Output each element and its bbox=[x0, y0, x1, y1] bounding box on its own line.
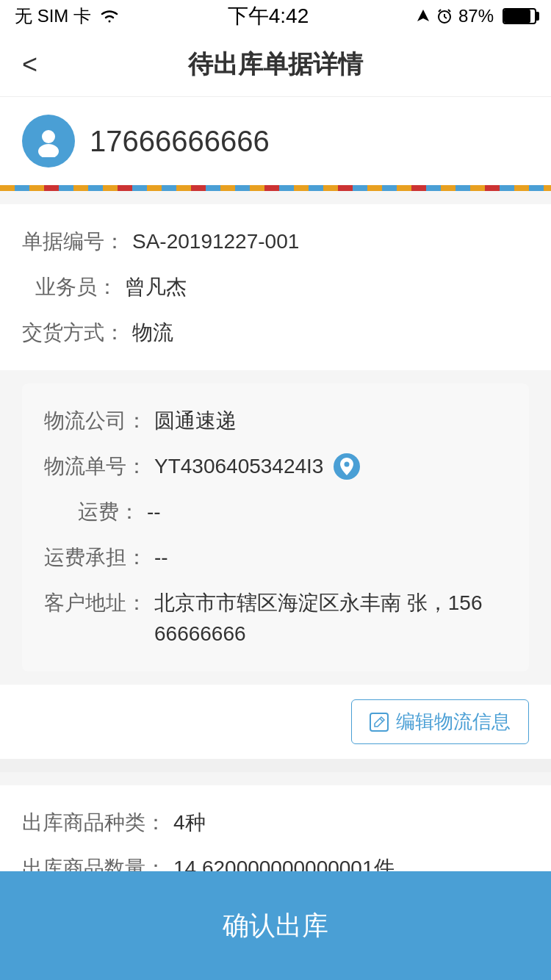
status-time: 下午4:42 bbox=[228, 2, 309, 30]
svg-line-4 bbox=[448, 10, 450, 12]
svg-point-5 bbox=[42, 130, 55, 143]
svg-line-2 bbox=[444, 17, 447, 18]
freight-bearer-value: -- bbox=[154, 542, 507, 573]
section-separator-1 bbox=[0, 759, 551, 772]
tracking-number-label: 物流单号： bbox=[44, 451, 147, 482]
category-value: 4种 bbox=[173, 807, 529, 838]
logistics-company-label: 物流公司： bbox=[44, 406, 147, 436]
svg-line-9 bbox=[380, 718, 383, 721]
nav-bar: < 待出库单据详情 bbox=[0, 32, 551, 97]
confirm-button-wrapper: 确认出库 bbox=[0, 871, 551, 980]
svg-point-7 bbox=[345, 462, 350, 467]
freight-value: -- bbox=[147, 497, 507, 527]
status-bar: 无 SIM 卡 下午4:42 87% bbox=[0, 0, 551, 32]
document-number-label: 单据编号： bbox=[22, 226, 125, 257]
freight-label: 运费： bbox=[44, 497, 140, 527]
edit-logistics-button[interactable]: 编辑物流信息 bbox=[351, 699, 529, 744]
delivery-method-value: 物流 bbox=[132, 317, 529, 348]
avatar-icon bbox=[32, 125, 65, 157]
customer-address-row: 客户地址： 北京市市辖区海淀区永丰南 张，156 66666666 bbox=[44, 588, 507, 649]
alarm-icon bbox=[436, 8, 453, 24]
edit-logistics-label: 编辑物流信息 bbox=[396, 709, 511, 735]
order-info-section: 单据编号： SA-20191227-001 业务员： 曾凡杰 交货方式： 物流 bbox=[0, 204, 551, 370]
back-button[interactable]: < bbox=[22, 49, 37, 80]
carrier-text: 无 SIM 卡 bbox=[15, 4, 91, 28]
location-status-icon bbox=[416, 8, 431, 24]
status-left: 无 SIM 卡 bbox=[15, 4, 120, 28]
freight-bearer-row: 运费承担： -- bbox=[44, 542, 507, 573]
customer-address-label: 客户地址： bbox=[44, 588, 147, 649]
document-number-row: 单据编号： SA-20191227-001 bbox=[22, 226, 529, 257]
avatar bbox=[22, 115, 75, 167]
status-right: 87% bbox=[416, 6, 536, 26]
logistics-card: 物流公司： 圆通速递 物流单号： YT43064053424I3 运费： -- … bbox=[22, 383, 529, 671]
customer-address-value: 北京市市辖区海淀区永丰南 张，156 66666666 bbox=[154, 588, 507, 649]
dashed-divider bbox=[0, 185, 551, 191]
user-phone: 17666666666 bbox=[90, 125, 270, 158]
freight-bearer-label: 运费承担： bbox=[44, 542, 147, 573]
logistics-company-row: 物流公司： 圆通速递 bbox=[44, 406, 507, 436]
delivery-method-label: 交货方式： bbox=[22, 317, 125, 348]
map-location-icon[interactable] bbox=[334, 453, 360, 480]
svg-rect-8 bbox=[370, 713, 388, 731]
delivery-method-row: 交货方式： 物流 bbox=[22, 317, 529, 348]
battery-percent: 87% bbox=[458, 6, 494, 26]
svg-line-3 bbox=[439, 10, 441, 12]
battery-icon bbox=[503, 8, 536, 24]
document-number-value: SA-20191227-001 bbox=[132, 226, 529, 257]
sales-person-row: 业务员： 曾凡杰 bbox=[22, 272, 529, 303]
category-label: 出库商品种类： bbox=[22, 807, 166, 838]
logistics-company-value: 圆通速递 bbox=[154, 406, 507, 436]
category-row: 出库商品种类： 4种 bbox=[22, 807, 529, 838]
user-header: 17666666666 bbox=[0, 97, 551, 185]
tracking-number-value: YT43064053424I3 bbox=[154, 451, 507, 482]
freight-row: 运费： -- bbox=[44, 497, 507, 527]
svg-point-6 bbox=[38, 144, 59, 157]
page-title: 待出库单据详情 bbox=[188, 48, 363, 82]
sales-person-label: 业务员： bbox=[22, 272, 118, 303]
wifi-icon bbox=[98, 8, 120, 24]
edit-logistics-area: 编辑物流信息 bbox=[0, 685, 551, 759]
tracking-number-row: 物流单号： YT43064053424I3 bbox=[44, 451, 507, 482]
edit-icon bbox=[370, 713, 389, 732]
confirm-outbound-button[interactable]: 确认出库 bbox=[22, 893, 529, 958]
sales-person-value: 曾凡杰 bbox=[125, 272, 529, 303]
